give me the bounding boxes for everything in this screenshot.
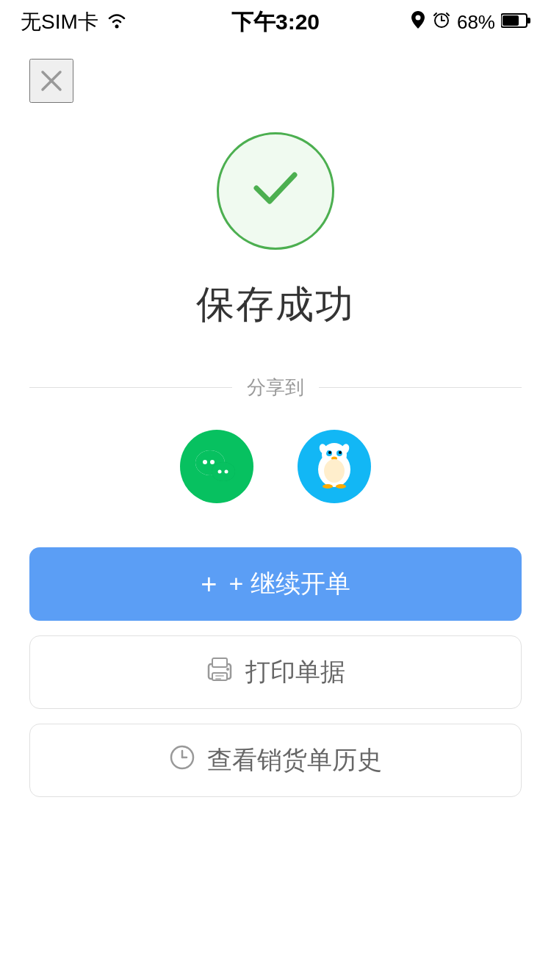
svg-line-6 [447, 13, 449, 15]
clock-icon [169, 744, 195, 777]
svg-point-38 [226, 668, 229, 671]
main-content: 保存成功 分享到 [0, 44, 551, 980]
alarm-icon [432, 10, 451, 35]
svg-point-15 [210, 460, 215, 464]
divider-line-right [319, 387, 522, 388]
svg-point-30 [336, 484, 346, 489]
continue-button[interactable]: + + 继续开单 [29, 547, 522, 621]
checkmark-icon [246, 157, 305, 226]
svg-point-29 [323, 484, 333, 489]
status-bar: 无SIM卡 下午3:20 68% [0, 0, 551, 44]
history-label: 查看销货单历史 [207, 743, 382, 777]
plus-icon: + [201, 569, 217, 600]
share-row [180, 430, 371, 503]
continue-label: + 继续开单 [228, 567, 350, 601]
divider-line-left [29, 387, 232, 388]
print-button[interactable]: 打印单据 [29, 635, 522, 709]
status-bar-right: 68% [410, 10, 530, 35]
close-button[interactable] [29, 59, 73, 103]
battery-icon [501, 11, 530, 34]
svg-point-18 [212, 462, 235, 481]
svg-rect-8 [527, 18, 530, 24]
share-label: 分享到 [247, 375, 304, 400]
battery-text: 68% [457, 11, 495, 34]
svg-point-0 [115, 25, 118, 29]
svg-point-1 [415, 15, 420, 20]
carrier-text: 无SIM卡 [21, 8, 98, 36]
svg-point-25 [328, 451, 331, 454]
svg-rect-36 [215, 675, 224, 677]
qq-share-button[interactable] [298, 430, 371, 503]
svg-line-5 [434, 13, 436, 15]
printer-icon [206, 657, 234, 688]
history-button[interactable]: 查看销货单历史 [29, 724, 522, 797]
svg-point-20 [225, 470, 228, 474]
location-icon [410, 10, 426, 35]
success-title: 保存成功 [196, 279, 355, 331]
buttons-section: + + 继续开单 打印单据 [29, 547, 522, 797]
svg-point-14 [203, 460, 207, 464]
status-bar-left: 无SIM卡 [21, 8, 128, 36]
success-circle [217, 132, 334, 250]
share-divider: 分享到 [29, 375, 522, 400]
wifi-icon [106, 10, 128, 34]
wechat-share-button[interactable] [180, 430, 253, 503]
status-bar-time: 下午3:20 [231, 7, 320, 37]
svg-rect-9 [503, 15, 519, 26]
print-label: 打印单据 [245, 655, 345, 689]
svg-rect-34 [212, 658, 227, 667]
svg-point-26 [339, 451, 342, 454]
svg-rect-37 [215, 678, 221, 680]
svg-point-28 [324, 459, 345, 483]
svg-point-19 [218, 470, 222, 474]
